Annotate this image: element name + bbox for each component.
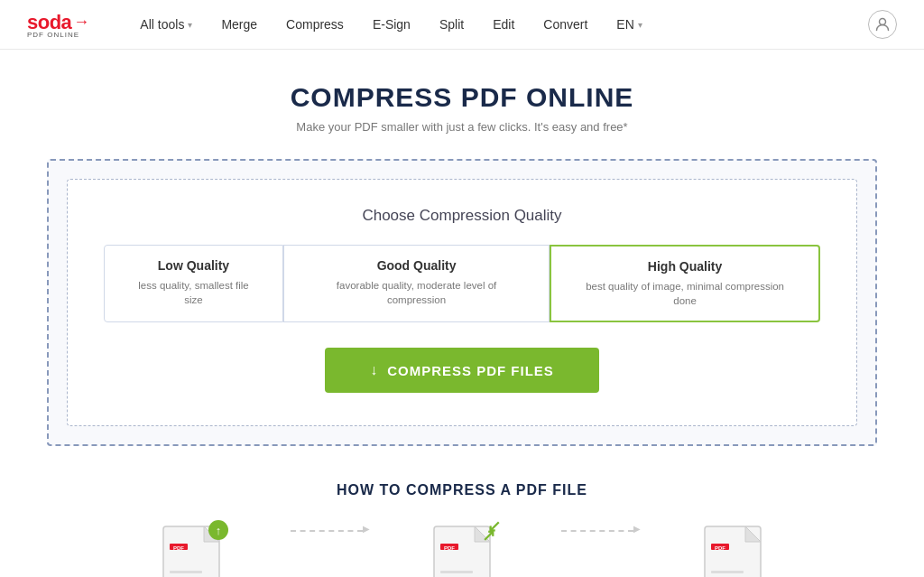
chevron-down-icon-lang: ▾ [638,0,642,50]
nav-item-lang[interactable]: EN ▾ [602,0,656,50]
nav-item-esign[interactable]: E-Sign [358,0,425,50]
logo[interactable]: soda → PDF ONLINE [27,11,89,39]
quality-high-title: High Quality [577,259,793,274]
step-connector-2 [561,526,633,559]
compress-pdf-button[interactable]: ↓ COMPRESS PDF FILES [325,348,599,393]
step-2-icon-area: PDF ↙ ↗ [421,526,503,577]
upload-drop-zone[interactable]: Choose Compression Quality Low Quality l… [47,159,877,446]
compress-arrows-icon-2: ↗ [482,527,495,544]
main-nav: All tools ▾ Merge Compress E-Sign Split … [125,0,897,50]
howto-section: HOW TO COMPRESS A PDF FILE PDF [27,482,897,577]
howto-steps: PDF ↑ 1. Choose a file to compress [27,526,897,577]
nav-item-convert[interactable]: Convert [529,0,602,50]
svg-point-0 [880,19,886,25]
chevron-down-icon: ▾ [188,0,192,50]
step-connector-1 [291,526,363,559]
compression-section-title: Choose Compression Quality [104,207,820,225]
howto-step-1: PDF ↑ 1. Choose a file to compress [92,526,291,577]
svg-rect-10 [440,571,473,573]
quality-low-title: Low Quality [130,258,257,273]
main-content: COMPRESS PDF ONLINE Make your PDF smalle… [0,50,924,577]
quality-good-title: Good Quality [310,258,523,273]
quality-option-good[interactable]: Good Quality favorable quality, moderate… [283,245,550,322]
nav-item-split[interactable]: Split [425,0,478,50]
quality-good-desc: favorable quality, moderate level of com… [310,278,523,307]
dotted-arrow-2 [561,530,633,532]
svg-text:PDF: PDF [444,545,455,551]
dotted-arrow-1 [291,530,363,532]
howto-step-3: PDF ↓ 3. View and Download [633,526,832,577]
pdf-doc-icon-3: PDF [704,526,762,577]
quality-high-desc: best quality of image, minimal compressi… [577,279,793,308]
quality-option-low[interactable]: Low Quality less quality, smallest file … [104,245,283,322]
svg-text:PDF: PDF [715,545,725,551]
page-subtitle: Make your PDF smaller with just a few cl… [27,120,897,134]
header: soda → PDF ONLINE All tools ▾ Merge Comp… [0,0,924,50]
page-title-section: COMPRESS PDF ONLINE Make your PDF smalle… [27,82,897,134]
nav-item-edit[interactable]: Edit [478,0,529,50]
nav-item-all-tools[interactable]: All tools ▾ [125,0,207,50]
quality-option-high[interactable]: High Quality best quality of image, mini… [550,245,820,322]
svg-rect-4 [170,571,202,573]
compression-options-panel: Choose Compression Quality Low Quality l… [67,179,857,426]
svg-rect-16 [711,571,744,573]
download-icon: ↓ [370,362,378,378]
nav-item-compress[interactable]: Compress [272,0,358,50]
step-3-icon-area: PDF ↓ [692,526,773,577]
step-1-icon-area: PDF ↑ [151,526,232,577]
logo-arrow: → [73,13,89,32]
svg-text:PDF: PDF [173,545,184,551]
howto-title: HOW TO COMPRESS A PDF FILE [27,482,897,498]
quality-options-group: Low Quality less quality, smallest file … [104,245,820,322]
compress-btn-label: COMPRESS PDF FILES [387,363,554,378]
upload-badge: ↑ [208,520,228,540]
page-title: COMPRESS PDF ONLINE [27,82,897,113]
logo-sub: PDF ONLINE [27,31,89,39]
quality-low-desc: less quality, smallest file size [130,278,257,307]
nav-item-merge[interactable]: Merge [207,0,272,50]
user-account-button[interactable] [868,10,897,39]
howto-step-2: PDF ↙ ↗ 2. Automatic Size Reduction [363,526,561,577]
